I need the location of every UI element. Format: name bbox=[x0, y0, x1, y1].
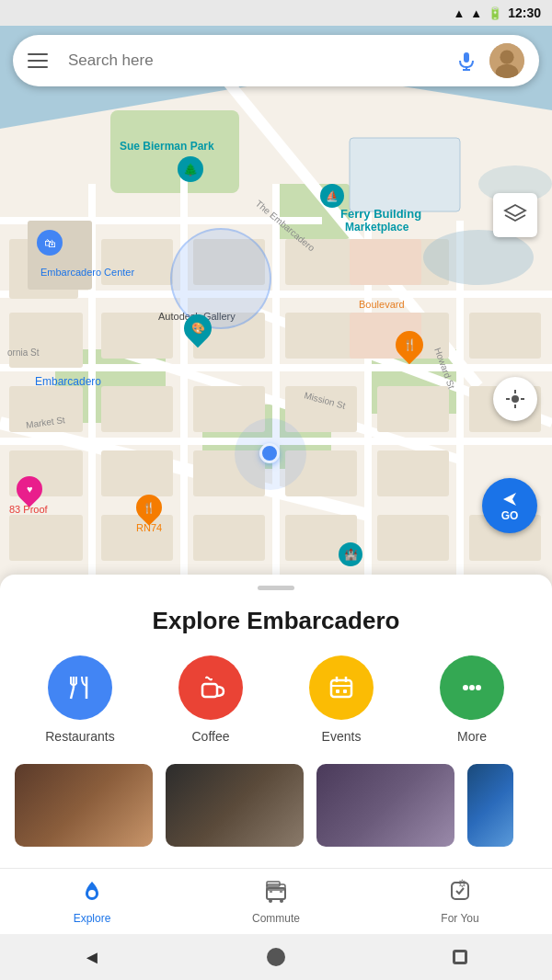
ornia-st-label: ornia St bbox=[7, 348, 39, 358]
svg-rect-73 bbox=[331, 680, 351, 697]
events-icon-circle bbox=[309, 655, 374, 720]
svg-rect-61 bbox=[464, 52, 469, 63]
svg-point-80 bbox=[469, 685, 475, 690]
battery-icon: 🔋 bbox=[488, 6, 502, 20]
thumbnail-1[interactable] bbox=[15, 764, 153, 847]
more-label: More bbox=[457, 729, 487, 744]
system-nav-bar: ◄ bbox=[0, 934, 552, 980]
commute-icon bbox=[264, 879, 288, 908]
embarcadero-st-label: Embarcadero bbox=[35, 375, 101, 388]
home-button[interactable] bbox=[256, 937, 296, 977]
for-you-nav-label: For You bbox=[441, 912, 478, 925]
svg-rect-44 bbox=[193, 515, 265, 561]
thumbnail-row bbox=[0, 764, 552, 847]
drag-handle[interactable] bbox=[258, 586, 294, 590]
restaurants-label: Restaurants bbox=[45, 729, 114, 744]
svg-point-81 bbox=[476, 685, 481, 690]
category-events[interactable]: Events bbox=[300, 655, 383, 744]
go-button-label: GO bbox=[501, 509, 519, 522]
svg-point-86 bbox=[269, 899, 272, 903]
commute-nav-label: Commute bbox=[252, 912, 300, 925]
svg-rect-26 bbox=[285, 239, 357, 285]
svg-rect-40 bbox=[469, 313, 541, 359]
ferry-building-marketplace-label: Marketplace bbox=[345, 221, 408, 234]
explore-icon bbox=[80, 879, 104, 908]
svg-rect-72 bbox=[202, 684, 217, 697]
svg-rect-27 bbox=[285, 313, 357, 359]
go-navigation-button[interactable]: GO bbox=[482, 478, 537, 533]
svg-marker-60 bbox=[503, 493, 516, 506]
svg-point-55 bbox=[512, 395, 519, 403]
svg-rect-51 bbox=[350, 239, 421, 285]
more-icon-circle bbox=[440, 655, 504, 720]
status-bar: ▲ ▲ 🔋 12:30 bbox=[0, 0, 552, 26]
svg-rect-20 bbox=[9, 313, 83, 368]
map-layer-button[interactable] bbox=[493, 193, 537, 237]
svg-point-52 bbox=[423, 230, 534, 285]
svg-point-87 bbox=[280, 899, 283, 903]
wifi-icon: ▲ bbox=[453, 6, 465, 20]
nav-commute[interactable]: Commute bbox=[184, 879, 368, 925]
category-restaurants[interactable]: Restaurants bbox=[39, 655, 121, 744]
svg-point-82 bbox=[88, 890, 96, 897]
menu-button[interactable] bbox=[28, 46, 57, 75]
svg-rect-77 bbox=[336, 689, 339, 693]
voice-search-button[interactable] bbox=[451, 45, 482, 76]
ferry-building-marker[interactable]: ⛵ bbox=[320, 184, 344, 208]
svg-rect-48 bbox=[350, 138, 460, 211]
categories-row: Restaurants Coffee bbox=[0, 655, 552, 744]
bottom-nav: Explore Commute For You bbox=[0, 868, 552, 934]
current-location-dot bbox=[259, 443, 280, 463]
svg-rect-30 bbox=[285, 386, 357, 432]
svg-marker-54 bbox=[505, 205, 525, 216]
svg-rect-46 bbox=[377, 515, 449, 561]
status-time: 12:30 bbox=[508, 6, 541, 20]
svg-line-68 bbox=[71, 688, 74, 699]
svg-point-79 bbox=[463, 685, 468, 690]
boulevard-marker[interactable]: 🍴 bbox=[396, 331, 423, 359]
nav-for-you[interactable]: For You bbox=[368, 879, 552, 925]
restaurants-icon-circle bbox=[48, 655, 112, 720]
for-you-icon bbox=[448, 879, 472, 908]
park-marker[interactable]: 🌲 bbox=[178, 156, 203, 182]
svg-rect-36 bbox=[101, 450, 173, 496]
thumbnail-4[interactable] bbox=[467, 764, 513, 847]
explore-nav-label: Explore bbox=[74, 912, 111, 925]
landmark-marker[interactable]: 🏰 bbox=[339, 542, 362, 566]
coffee-icon-circle bbox=[178, 655, 243, 720]
83-proof-pin[interactable]: ♥ 83 Proof bbox=[17, 476, 55, 513]
autodesk-marker[interactable]: 🎨 bbox=[184, 314, 212, 342]
boulevard-label: Boulevard bbox=[359, 299, 405, 310]
map-area[interactable]: Sue Bierman Park Ferry Building Marketpl… bbox=[0, 0, 552, 588]
svg-rect-33 bbox=[377, 386, 449, 432]
search-input[interactable] bbox=[57, 51, 451, 70]
coffee-label: Coffee bbox=[192, 729, 230, 744]
svg-rect-42 bbox=[9, 515, 83, 561]
nav-explore[interactable]: Explore bbox=[0, 879, 184, 925]
embarcadero-shopping-marker[interactable]: 🛍 bbox=[37, 230, 63, 256]
recents-button[interactable] bbox=[440, 937, 480, 977]
svg-rect-78 bbox=[343, 689, 347, 693]
svg-rect-28 bbox=[101, 386, 173, 432]
thumbnail-2[interactable] bbox=[166, 764, 304, 847]
user-avatar-button[interactable] bbox=[489, 43, 524, 78]
thumbnail-3[interactable] bbox=[316, 764, 454, 847]
search-bar bbox=[13, 35, 539, 86]
category-more[interactable]: More bbox=[431, 655, 513, 744]
sue-bierman-park-label: Sue Bierman Park bbox=[120, 140, 214, 153]
signal-icon: ▲ bbox=[470, 6, 482, 20]
back-button[interactable]: ◄ bbox=[72, 937, 112, 977]
ferry-building-label: Ferry Building bbox=[340, 207, 421, 221]
svg-rect-39 bbox=[377, 450, 449, 496]
embarcadero-center-label1: Embarcadero Center bbox=[40, 267, 134, 278]
category-coffee[interactable]: Coffee bbox=[169, 655, 252, 744]
rn74-pin[interactable]: 🍴 RN74 bbox=[136, 495, 162, 531]
events-label: Events bbox=[322, 729, 362, 744]
explore-title: Explore Embarcadero bbox=[0, 607, 552, 635]
svg-point-65 bbox=[500, 51, 513, 64]
svg-rect-22 bbox=[101, 239, 173, 285]
center-location-button[interactable] bbox=[493, 377, 537, 421]
